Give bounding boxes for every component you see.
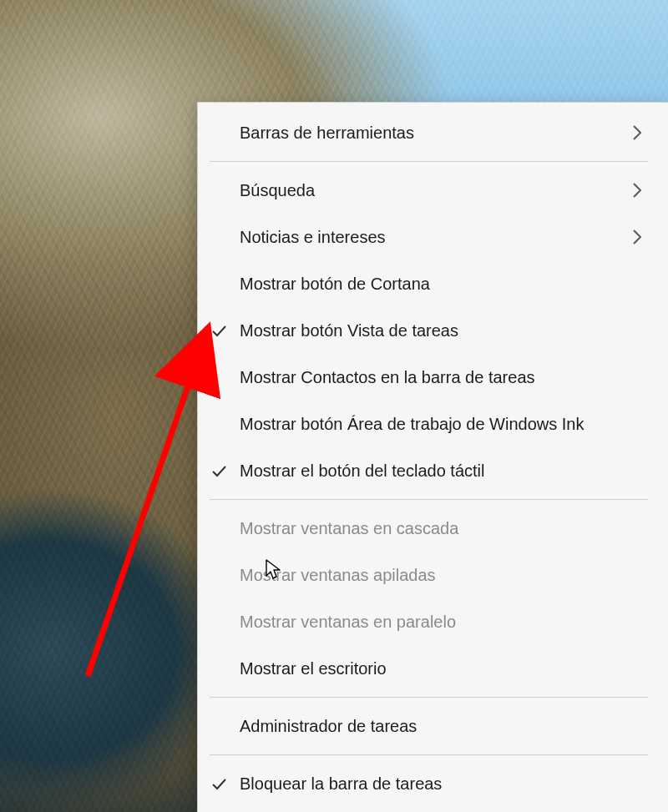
- chevron-right-icon: [626, 124, 648, 141]
- menu-separator: [210, 754, 648, 755]
- menu-item-search[interactable]: Búsqueda: [198, 167, 668, 214]
- menu-item-cascade: Mostrar ventanas en cascada: [198, 505, 668, 552]
- check-icon: [198, 462, 240, 479]
- menu-item-label: Búsqueda: [240, 181, 626, 200]
- menu-item-show-desktop[interactable]: Mostrar el escritorio: [198, 645, 668, 692]
- menu-item-label: Mostrar el escritorio: [240, 659, 626, 678]
- taskbar-context-menu: Barras de herramientas Búsqueda Noticias…: [197, 102, 668, 812]
- menu-item-parallel: Mostrar ventanas en paralelo: [198, 598, 668, 645]
- menu-separator: [210, 697, 648, 698]
- menu-item-label: Barras de herramientas: [240, 124, 626, 143]
- check-icon: [198, 775, 240, 792]
- menu-item-label: Mostrar Contactos en la barra de tareas: [240, 368, 626, 387]
- menu-item-label: Mostrar botón de Cortana: [240, 275, 626, 294]
- menu-item-news[interactable]: Noticias e intereses: [198, 214, 668, 260]
- chevron-right-icon: [626, 229, 648, 245]
- menu-item-lock-taskbar[interactable]: Bloquear la barra de tareas: [198, 760, 668, 807]
- menu-item-label: Noticias e intereses: [240, 228, 626, 247]
- menu-item-label: Administrador de tareas: [240, 717, 626, 736]
- menu-item-stacked: Mostrar ventanas apiladas: [198, 552, 668, 598]
- menu-separator: [210, 499, 648, 500]
- menu-item-touch-keyboard[interactable]: Mostrar el botón del teclado táctil: [198, 447, 668, 494]
- menu-item-label: Mostrar ventanas apiladas: [240, 566, 626, 585]
- menu-separator: [210, 161, 648, 162]
- menu-item-label: Mostrar botón Área de trabajo de Windows…: [240, 415, 626, 434]
- menu-item-label: Mostrar botón Vista de tareas: [240, 321, 626, 340]
- menu-item-label: Bloquear la barra de tareas: [240, 774, 626, 794]
- menu-item-label: Mostrar ventanas en paralelo: [240, 613, 626, 632]
- check-icon: [198, 322, 240, 339]
- menu-item-task-manager[interactable]: Administrador de tareas: [198, 703, 668, 749]
- menu-item-taskview[interactable]: Mostrar botón Vista de tareas: [198, 307, 668, 354]
- menu-item-ink[interactable]: Mostrar botón Área de trabajo de Windows…: [198, 401, 668, 447]
- menu-item-label: Mostrar el botón del teclado táctil: [240, 461, 626, 481]
- menu-item-taskbar-settings[interactable]: Configuración de la barra de tareas: [198, 807, 668, 812]
- menu-item-label: Mostrar ventanas en cascada: [240, 519, 626, 538]
- menu-item-toolbars[interactable]: Barras de herramientas: [198, 109, 668, 156]
- menu-item-contacts[interactable]: Mostrar Contactos en la barra de tareas: [198, 354, 668, 401]
- chevron-right-icon: [626, 182, 648, 199]
- menu-item-cortana[interactable]: Mostrar botón de Cortana: [198, 260, 668, 307]
